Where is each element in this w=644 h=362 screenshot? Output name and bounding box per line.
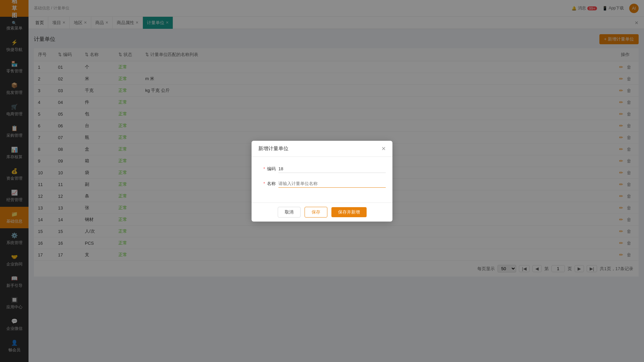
modal-body: * 编码 * 名称 <box>252 157 392 202</box>
required-mark-code: * <box>263 166 265 171</box>
save-and-new-button[interactable]: 保存并新增 <box>331 207 367 217</box>
code-label: * 编码 <box>258 166 278 172</box>
modal-header: 新增计量单位 ✕ <box>252 141 392 157</box>
form-row-name: * 名称 <box>258 180 386 188</box>
cancel-button[interactable]: 取消 <box>278 207 301 218</box>
form-row-code: * 编码 <box>258 165 386 173</box>
required-mark-name: * <box>263 181 265 186</box>
modal-overlay: 新增计量单位 ✕ * 编码 * 名称 取消 保存 保存并新增 <box>0 0 644 362</box>
add-unit-modal: 新增计量单位 ✕ * 编码 * 名称 取消 保存 保存并新增 <box>252 141 392 222</box>
save-button[interactable]: 保存 <box>305 207 327 218</box>
name-label: * 名称 <box>258 181 278 187</box>
name-input[interactable] <box>278 180 386 188</box>
modal-footer: 取消 保存 保存并新增 <box>252 202 392 222</box>
modal-title: 新增计量单位 <box>258 145 288 152</box>
code-input[interactable] <box>278 165 386 173</box>
modal-close-btn[interactable]: ✕ <box>381 145 386 152</box>
